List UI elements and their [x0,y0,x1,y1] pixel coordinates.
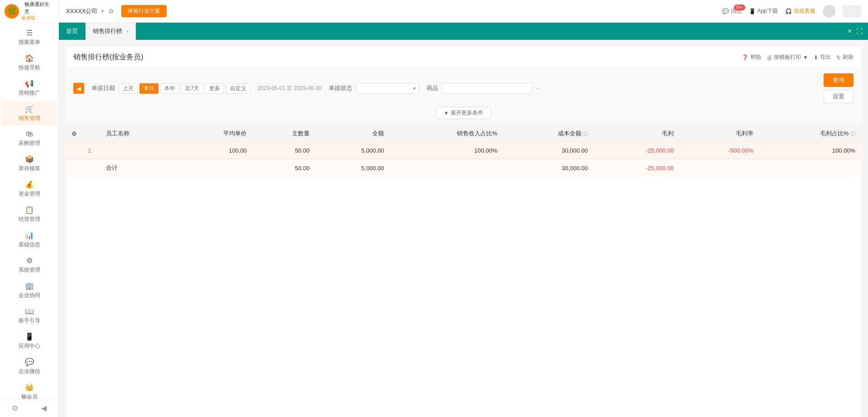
user-name-display [843,5,861,18]
inventory-icon: 📦 [25,155,34,163]
refresh-btn[interactable]: ↻ 刷新 [836,53,854,61]
app-icon: 📱 [749,8,756,14]
tab-close-icon[interactable]: × [126,29,129,34]
user-avatar[interactable] [823,5,835,18]
footer-cost-amount: 30,000.00 [503,159,594,177]
page-container: 销售排行榜(按业务员) ❓ 帮助 🖨 按模板打印 ▼ ⬇ 导出 ↻ 刷新 [66,47,861,417]
sidebar-item-purchase[interactable]: 🛍 采购管理 [2,126,57,151]
col-avg-price: 平均单价 [177,125,253,143]
logo-text: 畅康通好生意 [24,1,54,15]
sidebar-item-finance[interactable]: 💰 资金管理 [2,177,57,201]
goods-dots-icon[interactable]: ··· [536,85,541,91]
date-btn-more[interactable]: 更多 [205,83,224,94]
window-close-btn[interactable]: × [848,27,852,35]
company-selector[interactable]: XXXXX公司 ▼ [66,7,105,15]
basicinfo-icon: 📊 [25,231,34,240]
sidebar-item-label: 营销推广 [19,89,40,97]
page-header: 销售排行榜(按业务员) ❓ 帮助 🖨 按模板打印 ▼ ⬇ 导出 ↻ 刷新 [66,47,861,68]
export-btn[interactable]: ⬇ 导出 [814,53,831,61]
message-icon: 💬 [722,8,729,14]
sidebar-item-wechat[interactable]: 💬 企业微信 [2,354,57,379]
cell-name [101,143,177,159]
status-filter: 单据状态 ▼ [329,83,419,94]
sidebar-item-label: 新手引导 [19,317,40,325]
tab-sales-ranking[interactable]: 销售排行榜 × [86,23,136,40]
tab-active-label: 销售排行榜 [93,27,122,35]
sidebar-item-operations[interactable]: 📋 经营管理 [2,202,57,227]
date-btn-this-year[interactable]: 本年 [160,83,179,94]
app-download-btn[interactable]: 📱 App下载 [749,7,778,15]
data-table: ⚙ 员工名称 平均单价 主数量 全额 销售收入占比% 成本全额 ⓘ 毛利 毛利率… [66,125,861,177]
filter-collapse-btn[interactable]: ◀ [73,83,84,94]
sidebar-item-label: 企业微信 [19,368,40,375]
sidebar-nav: ☰ 搜索菜单 🏠 快捷导航 📢 营销推广 🛒 销售管理 🛍 采购管理 📦 库存核… [0,23,58,399]
trial-btn[interactable]: 体验行业方案 [121,5,167,17]
tab-home[interactable]: 首页 [59,23,86,40]
marketing-icon: 📢 [25,79,34,88]
message-btn[interactable]: 💬 消息 99+ [722,7,742,15]
sidebar-item-search[interactable]: ☰ 搜索菜单 [2,25,57,50]
wechat-icon: 💬 [25,358,34,366]
col-settings: ⚙ [66,125,82,143]
footer-amount: 5,000.00 [315,159,389,177]
date-btn-this-month[interactable]: 本月 [139,83,158,94]
help-btn[interactable]: ❓ 帮助 [742,53,761,61]
search-menu-icon: ☰ [26,29,33,37]
sidebar-item-beginner[interactable]: 📖 新手引导 [2,303,57,328]
date-btn-custom[interactable]: 自定义 [226,83,250,94]
sidebar-item-marketing[interactable]: 📢 营销推广 [2,76,57,101]
sidebar-settings-btn[interactable]: ⚙ [12,404,18,412]
footer-gross-rate [679,159,759,177]
date-btn-7days[interactable]: 近7天 [181,83,203,94]
refresh-label: 刷新 [843,53,854,61]
help-label: 帮助 [750,53,761,61]
query-btn[interactable]: 查询 [824,73,854,87]
member-icon: 👑 [25,383,34,392]
col-main-qty: 主数量 [252,125,315,143]
sidebar-item-inventory[interactable]: 📦 库存核算 [2,151,57,176]
goods-input[interactable] [442,83,532,94]
gross-pct-help-icon[interactable]: ⓘ [850,131,855,136]
sidebar-item-label: 库存核算 [19,165,40,173]
sidebar-item-appcenter[interactable]: 📱 应用中心 [2,329,57,354]
app-label: App下载 [758,7,778,15]
col-gross: 毛利 [593,125,679,143]
template-print-btn[interactable]: 🖨 按模板打印 ▼ [767,53,808,61]
footer-gross-pct [759,159,861,177]
sidebar-item-label: 系统管理 [19,266,40,274]
settings-gear-icon[interactable]: ⚙ [108,8,114,15]
sidebar-item-quicknav[interactable]: 🏠 快捷导航 [2,50,57,75]
settings-btn[interactable]: 设置 [824,90,854,103]
status-select[interactable] [356,83,419,94]
col-sales-pct: 销售收入占比% [389,125,503,143]
finance-icon: 💰 [25,180,34,189]
sidebar-item-enterprise[interactable]: 🏢 企业协同 [2,278,57,303]
date-btn-last-month[interactable]: 上月 [119,83,138,94]
company-name: XXXXX公司 [66,7,97,15]
sidebar-item-member[interactable]: 👑 畅会员 [2,379,57,399]
date-range-display: 2023-06-01 至 2023-06-30 [258,85,321,92]
col-gross-rate: 毛利率 [679,125,759,143]
sidebar-item-basicinfo[interactable]: 📊 基础信息 [2,227,57,252]
window-expand-btn[interactable]: ⛶ [856,28,863,35]
sidebar-item-label: 资金管理 [19,190,40,198]
sidebar-item-sales[interactable]: 🛒 销售管理 [2,101,57,126]
table-area: ⚙ 员工名称 平均单价 主数量 全额 销售收入占比% 成本全额 ⓘ 毛利 毛利率… [66,125,861,177]
cost-help-icon[interactable]: ⓘ [583,131,588,136]
tab-home-label: 首页 [66,27,78,35]
main-content: 销售排行榜(按业务员) ❓ 帮助 🖨 按模板打印 ▼ ⬇ 导出 ↻ 刷新 [59,40,868,417]
template-print-label: 按模板打印 [774,53,801,61]
footer-avg-price [177,159,253,177]
cell-gross-rate: -500.00% [679,143,759,159]
footer-label: 合计 [101,159,177,177]
cell-gross-pct: 100.00% [759,143,861,159]
appcenter-icon: 📱 [25,332,34,341]
sidebar-collapse-btn[interactable]: ◀ [41,404,47,412]
print-arrow-icon: ▼ [803,54,808,61]
online-service-btn[interactable]: 🎧 在线客服 [785,7,815,15]
expand-label: 展开更多条件 [451,109,483,117]
col-settings-icon[interactable]: ⚙ [72,130,77,137]
sidebar-item-system[interactable]: ⚙ 系统管理 [2,253,57,278]
expand-more-btn[interactable]: ▼ 展开更多条件 [436,107,491,119]
status-select-wrapper: ▼ [356,83,419,94]
